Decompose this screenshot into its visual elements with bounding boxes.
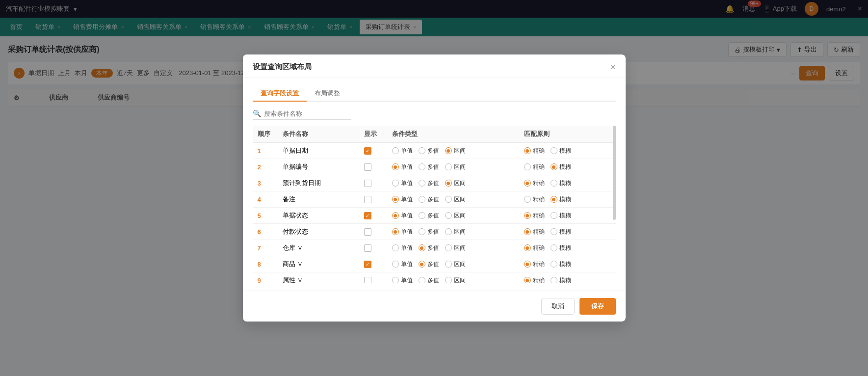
type-range-radio-btn[interactable] (445, 212, 452, 219)
cell-display-checkbox[interactable] (359, 143, 387, 159)
display-checkbox[interactable] (364, 196, 371, 203)
type-single-radio[interactable]: 单值 (392, 276, 413, 283)
cell-display-checkbox[interactable] (359, 240, 387, 256)
match-exact-radio-btn[interactable] (524, 196, 531, 203)
type-range-radio[interactable]: 区间 (445, 260, 466, 269)
match-fuzzy-radio[interactable]: 模糊 (551, 244, 571, 252)
type-range-radio-btn[interactable] (445, 196, 452, 203)
type-single-radio-btn[interactable] (392, 147, 399, 154)
match-exact-radio[interactable]: 精确 (524, 195, 545, 204)
type-multi-radio-btn[interactable] (419, 163, 425, 170)
type-range-radio[interactable]: 区间 (445, 228, 466, 236)
display-checkbox[interactable] (364, 228, 371, 236)
modal-tab-layout[interactable]: 布局调整 (307, 86, 348, 102)
save-button[interactable]: 保存 (579, 298, 616, 315)
cell-display-checkbox[interactable] (359, 208, 387, 224)
match-fuzzy-radio[interactable]: 模糊 (551, 212, 571, 220)
match-fuzzy-radio[interactable]: 模糊 (551, 276, 571, 283)
type-range-radio[interactable]: 区间 (445, 179, 466, 188)
type-multi-radio-btn[interactable] (419, 244, 425, 251)
display-checkbox[interactable] (364, 261, 371, 268)
display-checkbox[interactable] (364, 277, 371, 283)
match-fuzzy-radio[interactable]: 模糊 (551, 228, 571, 236)
match-exact-radio-btn[interactable] (524, 180, 531, 187)
match-fuzzy-radio-btn[interactable] (551, 244, 557, 251)
match-fuzzy-radio-btn[interactable] (551, 196, 557, 203)
type-single-radio-btn[interactable] (392, 163, 399, 170)
type-range-radio-btn[interactable] (445, 261, 452, 268)
match-fuzzy-radio-btn[interactable] (551, 180, 557, 187)
type-single-radio[interactable]: 单值 (392, 212, 413, 220)
match-fuzzy-radio[interactable]: 模糊 (551, 179, 571, 188)
type-single-radio[interactable]: 单值 (392, 228, 413, 236)
match-fuzzy-radio[interactable]: 模糊 (551, 260, 571, 269)
type-single-radio-btn[interactable] (392, 180, 399, 187)
type-multi-radio-btn[interactable] (419, 180, 425, 187)
type-range-radio-btn[interactable] (445, 180, 452, 187)
match-fuzzy-radio-btn[interactable] (551, 147, 557, 154)
type-single-radio-btn[interactable] (392, 277, 399, 283)
type-range-radio[interactable]: 区间 (445, 195, 466, 204)
match-exact-radio-btn[interactable] (524, 212, 531, 219)
type-multi-radio[interactable]: 多值 (419, 260, 439, 269)
type-range-radio-btn[interactable] (445, 147, 452, 154)
type-single-radio-btn[interactable] (392, 212, 399, 219)
type-single-radio-btn[interactable] (392, 228, 399, 235)
type-range-radio[interactable]: 区间 (445, 147, 466, 155)
display-checkbox[interactable] (364, 180, 371, 187)
type-range-radio[interactable]: 区间 (445, 163, 466, 171)
match-exact-radio-btn[interactable] (524, 277, 531, 283)
type-multi-radio[interactable]: 多值 (419, 244, 439, 252)
match-exact-radio[interactable]: 精确 (524, 228, 545, 236)
type-multi-radio-btn[interactable] (419, 261, 425, 268)
type-single-radio[interactable]: 单值 (392, 179, 413, 188)
type-single-radio-btn[interactable] (392, 244, 399, 251)
cell-display-checkbox[interactable] (359, 272, 387, 283)
type-single-radio[interactable]: 单值 (392, 163, 413, 171)
type-range-radio-btn[interactable] (445, 228, 452, 235)
cell-display-checkbox[interactable] (359, 224, 387, 240)
cell-display-checkbox[interactable] (359, 256, 387, 272)
match-exact-radio-btn[interactable] (524, 228, 531, 235)
type-single-radio-btn[interactable] (392, 261, 399, 268)
type-single-radio[interactable]: 单值 (392, 147, 413, 155)
cancel-button[interactable]: 取消 (541, 298, 575, 315)
scroll-indicator[interactable] (613, 126, 616, 220)
type-range-radio[interactable]: 区间 (445, 244, 466, 252)
conditions-table-scroll[interactable]: 顺序 条件名称 显示 条件类型 匹配原则 1单据日期 单值 (253, 126, 616, 283)
match-exact-radio-btn[interactable] (524, 163, 531, 170)
match-exact-radio-btn[interactable] (524, 244, 531, 251)
type-single-radio[interactable]: 单值 (392, 260, 413, 269)
match-fuzzy-radio-btn[interactable] (551, 163, 557, 170)
type-multi-radio[interactable]: 多值 (419, 212, 439, 220)
type-multi-radio[interactable]: 多值 (419, 195, 439, 204)
match-fuzzy-radio[interactable]: 模糊 (551, 195, 571, 204)
search-condition-input[interactable] (264, 110, 351, 117)
match-exact-radio[interactable]: 精确 (524, 212, 545, 220)
type-single-radio[interactable]: 单值 (392, 195, 413, 204)
match-exact-radio-btn[interactable] (524, 147, 531, 154)
type-range-radio-btn[interactable] (445, 163, 452, 170)
match-fuzzy-radio-btn[interactable] (551, 277, 557, 283)
modal-close-button[interactable]: × (610, 63, 616, 72)
type-multi-radio-btn[interactable] (419, 147, 425, 154)
type-multi-radio[interactable]: 多值 (419, 228, 439, 236)
type-range-radio[interactable]: 区间 (445, 276, 466, 283)
match-exact-radio[interactable]: 精确 (524, 163, 545, 171)
match-fuzzy-radio[interactable]: 模糊 (551, 147, 571, 155)
type-multi-radio-btn[interactable] (419, 212, 425, 219)
match-fuzzy-radio-btn[interactable] (551, 261, 557, 268)
match-fuzzy-radio[interactable]: 模糊 (551, 163, 571, 171)
display-checkbox[interactable] (364, 147, 371, 155)
type-multi-radio[interactable]: 多值 (419, 276, 439, 283)
match-exact-radio[interactable]: 精确 (524, 179, 545, 188)
modal-tab-fields[interactable]: 查询字段设置 (253, 86, 307, 102)
match-fuzzy-radio-btn[interactable] (551, 212, 557, 219)
display-checkbox[interactable] (364, 244, 371, 252)
match-fuzzy-radio-btn[interactable] (551, 228, 557, 235)
type-multi-radio[interactable]: 多值 (419, 179, 439, 188)
type-range-radio-btn[interactable] (445, 244, 452, 251)
match-exact-radio[interactable]: 精确 (524, 276, 545, 283)
type-single-radio[interactable]: 单值 (392, 244, 413, 252)
type-single-radio-btn[interactable] (392, 196, 399, 203)
